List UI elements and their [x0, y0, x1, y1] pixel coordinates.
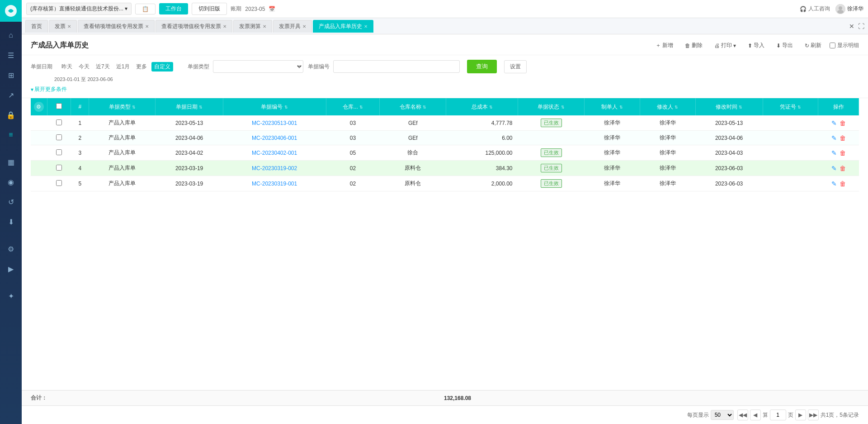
shortcut-custom[interactable]: 自定义	[151, 62, 173, 71]
shortcut-yesterday[interactable]: 昨天	[60, 62, 74, 71]
doc-type-select[interactable]	[213, 60, 303, 73]
col-doc-status[interactable]: 单据状态 ⇅	[518, 98, 585, 115]
edit-icon[interactable]: ✎	[831, 180, 837, 187]
expand-more-button[interactable]: ▾ 展开更多条件	[31, 86, 67, 93]
row-checkbox-cell[interactable]	[47, 176, 71, 191]
first-page-button[interactable]: ◀◀	[737, 410, 748, 420]
tab-close-invoice-calc[interactable]: ✕	[263, 24, 266, 29]
copy-doc-button[interactable]: 📋	[135, 4, 156, 14]
switch-mode-button[interactable]: 切到旧版	[192, 3, 227, 15]
delete-button[interactable]: 🗑 删除	[681, 40, 706, 51]
tab-close-product-history[interactable]: ✕	[364, 24, 368, 29]
prev-page-button[interactable]: ◀	[750, 410, 761, 420]
fullscreen-button[interactable]: ⛶	[858, 23, 864, 30]
col-modifier[interactable]: 修改人 ⇅	[640, 98, 695, 115]
shortcut-1month[interactable]: 近1月	[114, 62, 132, 71]
delete-row-icon[interactable]: 🗑	[840, 134, 846, 142]
column-settings-icon[interactable]: ⚙	[34, 102, 44, 112]
tab-invoice-calc[interactable]: 发票测算 ✕	[233, 20, 272, 33]
query-button[interactable]: 查询	[467, 60, 497, 73]
customer-service[interactable]: 🎧 人工咨询	[800, 5, 830, 13]
col-warehouse-name[interactable]: 仓库名称 ⇅	[380, 98, 446, 115]
sidebar-item-chart[interactable]: ⊞	[0, 65, 22, 85]
col-warehouse-no[interactable]: 仓库... ⇅	[326, 98, 380, 115]
select-all-checkbox[interactable]	[56, 103, 62, 109]
row-doc-no[interactable]: MC-20230513-001	[223, 115, 326, 131]
col-doc-no[interactable]: 单据编号 ⇅	[223, 98, 326, 115]
row-doc-no[interactable]: MC-20230406-001	[223, 131, 326, 145]
sidebar-item-refresh[interactable]: ↺	[0, 192, 22, 212]
shortcut-more[interactable]: 更多	[134, 62, 149, 71]
col-modify-time[interactable]: 修改时间 ⇅	[695, 98, 763, 115]
row-doc-no[interactable]: MC-20230319-002	[223, 161, 326, 176]
show-detail-checkbox[interactable]	[830, 43, 835, 48]
tab-purchase-vat[interactable]: 查看进项增值税专用发票 ✕	[156, 20, 232, 33]
edit-icon[interactable]: ✎	[831, 134, 837, 142]
sidebar-item-grid[interactable]: ▦	[0, 152, 22, 172]
page-input[interactable]	[770, 410, 786, 420]
row-doc-no[interactable]: MC-20230319-001	[223, 176, 326, 191]
col-doc-date[interactable]: 单据日期 ⇅	[156, 98, 223, 115]
tab-close-sales-vat[interactable]: ✕	[145, 24, 149, 29]
print-button[interactable]: 🖨 打印 ▾	[711, 40, 740, 51]
show-detail-toggle[interactable]: 显示明细	[830, 42, 859, 49]
new-button[interactable]: ＋ 新增	[652, 40, 677, 51]
sidebar-item-settings[interactable]: ⚙	[0, 239, 22, 259]
shortcut-7days[interactable]: 近7天	[94, 62, 112, 71]
tab-home[interactable]: 首页	[25, 20, 48, 33]
row-doc-no[interactable]: MC-20230402-001	[223, 145, 326, 161]
sidebar-item-home[interactable]: ⌂	[0, 25, 22, 45]
col-voucher-no[interactable]: 凭证号 ⇅	[763, 98, 818, 115]
shortcut-today[interactable]: 今天	[77, 62, 91, 71]
col-checkbox[interactable]	[47, 98, 71, 115]
per-page-select[interactable]: 50 10 20 100	[711, 410, 734, 420]
sidebar-item-play[interactable]: ▶	[0, 259, 22, 279]
tab-sales-vat[interactable]: 查看销项增值税专用发票 ✕	[78, 20, 155, 33]
last-page-button[interactable]: ▶▶	[808, 410, 819, 420]
app-logo[interactable]	[0, 0, 22, 22]
col-settings[interactable]: ⚙	[31, 98, 47, 115]
row-checkbox[interactable]	[56, 134, 62, 140]
delete-row-icon[interactable]: 🗑	[840, 165, 846, 172]
tab-close-invoice[interactable]: ✕	[67, 24, 71, 29]
next-page-button[interactable]: ▶	[795, 410, 806, 420]
sidebar-item-lock[interactable]: 🔒	[0, 105, 22, 125]
sidebar-item-analysis[interactable]: ↗	[0, 85, 22, 105]
company-selector[interactable]: (库存核算）直播轻娱通信息技术股份... ▾	[26, 3, 132, 15]
sidebar-item-download[interactable]: ⬇	[0, 212, 22, 232]
row-checkbox[interactable]	[56, 149, 62, 155]
row-checkbox-cell[interactable]	[47, 131, 71, 145]
tab-close-purchase-vat[interactable]: ✕	[223, 24, 226, 29]
user-menu[interactable]: 徐泽华	[835, 4, 863, 14]
row-checkbox-cell[interactable]	[47, 145, 71, 161]
export-button[interactable]: ⬇ 导出	[773, 40, 797, 51]
sidebar-item-stamp[interactable]: ◉	[0, 172, 22, 192]
row-checkbox[interactable]	[56, 119, 62, 125]
row-checkbox[interactable]	[56, 165, 62, 171]
edit-icon[interactable]: ✎	[831, 149, 837, 157]
edit-icon[interactable]: ✎	[831, 119, 837, 127]
col-doc-type[interactable]: 单据类型 ⇅	[89, 98, 156, 115]
row-checkbox-cell[interactable]	[47, 115, 71, 131]
tab-invoice-open[interactable]: 发票开具 ✕	[273, 20, 312, 33]
import-button[interactable]: ⬆ 导入	[744, 40, 768, 51]
sidebar-item-star[interactable]: ✦	[0, 286, 22, 306]
sidebar-item-list[interactable]: ≡	[0, 125, 22, 145]
col-creator[interactable]: 制单人 ⇅	[585, 98, 640, 115]
close-all-tabs-button[interactable]: ✕	[849, 23, 854, 30]
row-checkbox-cell[interactable]	[47, 161, 71, 176]
sidebar-item-document[interactable]: ☰	[0, 45, 22, 65]
col-total-cost[interactable]: 总成本 ⇅	[446, 98, 518, 115]
delete-row-icon[interactable]: 🗑	[840, 119, 846, 127]
tab-invoice[interactable]: 发票 ✕	[49, 20, 77, 33]
delete-row-icon[interactable]: 🗑	[840, 149, 846, 157]
edit-icon[interactable]: ✎	[831, 165, 837, 172]
refresh-button[interactable]: ↻ 刷新	[801, 40, 825, 51]
doc-no-input[interactable]	[333, 60, 460, 73]
row-checkbox[interactable]	[56, 180, 62, 186]
tab-product-history[interactable]: 产成品入库单历史 ✕	[313, 20, 373, 33]
delete-row-icon[interactable]: 🗑	[840, 180, 846, 187]
setting-button[interactable]: 设置	[504, 60, 527, 73]
calendar-icon[interactable]: 📅	[269, 6, 275, 12]
tab-close-invoice-open[interactable]: ✕	[302, 24, 306, 29]
